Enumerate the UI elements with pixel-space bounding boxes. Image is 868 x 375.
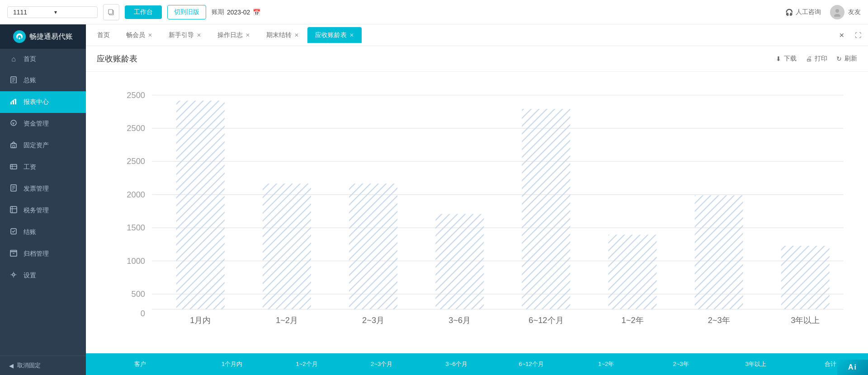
app-name: 畅捷通易代账 xyxy=(29,32,73,42)
col-3plus-year: 3年以上 xyxy=(718,360,793,368)
svg-text:3年以上: 3年以上 xyxy=(791,315,820,325)
col-customer: 客户 xyxy=(86,360,194,368)
svg-text:2500: 2500 xyxy=(127,90,145,100)
sidebar-item-assets[interactable]: 固定资产 xyxy=(0,135,86,156)
funds-svg: ¥ xyxy=(10,119,17,127)
bar-1-2month xyxy=(263,183,311,309)
print-icon: 🖨 xyxy=(806,55,812,62)
sidebar-item-settle[interactable]: 结账 xyxy=(0,221,86,243)
tab-close-member[interactable]: ✕ xyxy=(148,32,152,38)
sidebar-item-label: 资金管理 xyxy=(24,120,49,128)
user-info[interactable]: 友友 xyxy=(830,5,861,19)
top-header: 1111 ▾ 工作台 切到旧版 账期 2023-02 📅 🎧 人工咨询 友友 xyxy=(0,0,868,24)
sidebar-item-label: 税务管理 xyxy=(24,206,49,215)
chart-container: 2500 2500 2500 2000 1500 1000 500 0 xyxy=(97,79,857,346)
sidebar-item-label: 结账 xyxy=(24,228,36,236)
svg-rect-11 xyxy=(15,99,16,104)
sidebar-item-funds[interactable]: ¥ 资金管理 xyxy=(0,113,86,135)
calendar-icon[interactable]: 📅 xyxy=(253,9,260,16)
sidebar-item-reports[interactable]: 报表中心 xyxy=(0,91,86,113)
cancel-pin-button[interactable]: ◀ 取消固定 xyxy=(0,356,86,375)
tab-aging[interactable]: 应收账龄表 ✕ xyxy=(307,27,362,43)
bar-1month xyxy=(176,101,225,309)
user-avatar-icon xyxy=(833,8,842,17)
workbench-button[interactable]: 工作台 xyxy=(125,5,162,19)
tabs-bar: 首页 畅会员 ✕ 新手引导 ✕ 操作日志 ✕ 期末结转 ✕ 应收账龄表 ✕ xyxy=(86,24,868,46)
main-layout: 畅捷通易代账 ⌂ 首页 总账 xyxy=(0,24,868,375)
close-tab-button[interactable]: ✕ xyxy=(835,29,848,42)
tab-label: 首页 xyxy=(97,31,110,39)
sidebar: 畅捷通易代账 ⌂ 首页 总账 xyxy=(0,24,86,375)
tab-close-yearend[interactable]: ✕ xyxy=(294,32,299,38)
sidebar-item-label: 报表中心 xyxy=(24,98,49,106)
user-name: 友友 xyxy=(848,8,861,16)
svg-text:2~3年: 2~3年 xyxy=(708,315,730,325)
header-right: 🎧 人工咨询 友友 xyxy=(785,5,861,19)
settle-svg xyxy=(10,228,17,235)
ledger-icon xyxy=(9,76,18,85)
col-3-6month: 3~6个月 xyxy=(419,360,494,368)
sidebar-item-ledger[interactable]: 总账 xyxy=(0,70,86,91)
svg-text:¥: ¥ xyxy=(12,121,15,126)
tab-label: 操作日志 xyxy=(217,31,243,39)
download-button[interactable]: ⬇ 下载 xyxy=(776,55,797,63)
refresh-button[interactable]: ↻ 刷新 xyxy=(836,55,857,63)
headset-icon: 🎧 xyxy=(785,9,793,16)
period-value: 2023-02 xyxy=(227,9,250,16)
reports-icon xyxy=(9,98,18,107)
switch-version-button[interactable]: 切到旧版 xyxy=(167,5,206,19)
tab-home[interactable]: 首页 xyxy=(90,27,118,43)
sidebar-item-label: 设置 xyxy=(24,272,36,280)
bar-2-3month xyxy=(349,183,397,309)
tab-guide[interactable]: 新手引导 ✕ xyxy=(161,27,209,43)
sidebar-item-archive[interactable]: 归档管理 xyxy=(0,243,86,265)
svg-rect-1 xyxy=(108,9,113,14)
bar-6-12month xyxy=(522,109,570,309)
svg-rect-16 xyxy=(10,164,17,169)
svg-text:1~2年: 1~2年 xyxy=(621,315,643,325)
download-icon: ⬇ xyxy=(776,55,781,62)
settings-svg xyxy=(10,271,17,278)
svg-point-3 xyxy=(834,14,840,17)
chevron-down-icon: ▾ xyxy=(54,9,92,15)
pin-icon: ◀ xyxy=(9,362,14,369)
archive-svg xyxy=(10,249,17,257)
tab-yearend[interactable]: 期末结转 ✕ xyxy=(259,27,307,43)
bar-3-6month xyxy=(435,214,484,309)
cancel-label: 取消固定 xyxy=(17,361,41,370)
toolbar-actions: ⬇ 下载 🖨 打印 ↻ 刷新 xyxy=(776,55,857,63)
svg-rect-28 xyxy=(10,250,17,252)
tab-close-log[interactable]: ✕ xyxy=(245,32,250,38)
tab-close-guide[interactable]: ✕ xyxy=(197,32,201,38)
account-selector[interactable]: 1111 ▾ xyxy=(7,6,98,18)
sidebar-item-tax[interactable]: 税务管理 xyxy=(0,200,86,221)
tab-member[interactable]: 畅会员 ✕ xyxy=(118,27,160,43)
sidebar-item-invoice[interactable]: 发票管理 xyxy=(0,178,86,200)
settings-icon xyxy=(9,271,18,280)
consult-label: 人工咨询 xyxy=(796,8,821,16)
expand-tab-button[interactable]: ⛶ xyxy=(852,29,864,42)
tab-log[interactable]: 操作日志 ✕ xyxy=(210,27,258,43)
sidebar-item-settings[interactable]: 设置 xyxy=(0,265,86,286)
archive-icon xyxy=(9,249,18,258)
ai-badge[interactable]: Ai xyxy=(837,360,868,375)
svg-text:1500: 1500 xyxy=(127,223,145,232)
refresh-label: 刷新 xyxy=(844,55,857,63)
tab-label: 畅会员 xyxy=(126,31,145,39)
copy-button[interactable] xyxy=(103,4,119,20)
tab-close-aging[interactable]: ✕ xyxy=(349,32,354,38)
settle-icon xyxy=(9,228,18,237)
svg-text:2~3月: 2~3月 xyxy=(362,315,384,325)
sidebar-item-home[interactable]: ⌂ 首页 xyxy=(0,49,86,70)
sidebar-item-label: 归档管理 xyxy=(24,250,49,258)
assets-icon xyxy=(9,141,18,150)
invoice-icon xyxy=(9,184,18,193)
col-1-2year: 1~2年 xyxy=(569,360,644,368)
svg-rect-23 xyxy=(10,206,17,213)
print-button[interactable]: 🖨 打印 xyxy=(806,55,827,63)
bar-2-3year xyxy=(695,195,743,309)
consult-button[interactable]: 🎧 人工咨询 xyxy=(785,8,821,16)
sidebar-item-label: 固定资产 xyxy=(24,141,49,150)
tax-icon xyxy=(9,206,18,215)
sidebar-item-salary[interactable]: 工资 xyxy=(0,156,86,178)
